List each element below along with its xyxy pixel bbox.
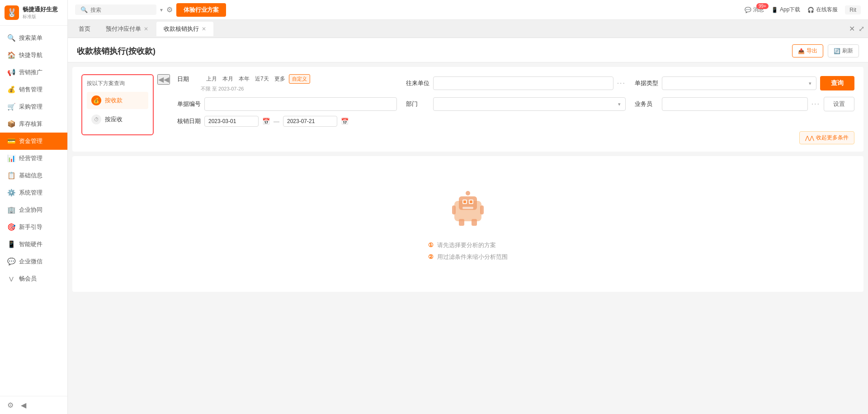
sidebar-item-1[interactable]: 🏠 快捷导航 [0,47,67,64]
bill-no-input[interactable] [204,97,397,111]
bill-type-chevron-icon: ▾ [809,81,811,86]
collapse-more-button[interactable]: ⋀⋀ 收起更多条件 [799,131,854,144]
settings-icon[interactable]: ⚙ [7,401,14,409]
date-btn-this-year[interactable]: 本年 [237,74,251,84]
sidebar-item-4-label: 采购管理 [19,103,42,111]
filter-panel-collapse-button[interactable]: ◀◀ [157,74,170,85]
topbar-left: 🔍 ▾ ⚙ 体验行业方案 [75,3,739,17]
dept-select[interactable]: ▾ [433,97,626,111]
counterpart-input[interactable] [433,76,613,90]
tab-home-label: 首页 [79,25,90,33]
sidebar-item-7-label: 经营管理 [19,154,42,162]
filter-row-1: 日期 上月 本月 本年 近7天 更多 自定义 不限 至 2023-07-26 [177,74,854,92]
user-menu[interactable]: Rit [845,5,861,14]
sidebar-item-9-label: 系统管理 [19,189,42,197]
filter-option-by-receipt[interactable]: 💰 按收款 [87,92,148,109]
verif-date-end-input[interactable] [283,116,337,127]
sidebar-item-8-icon: 📋 [7,171,15,180]
sidebar-item-12[interactable]: 📱 智能硬件 [0,236,67,253]
verif-date-start-input[interactable] [204,116,259,127]
filter-option-by-receivable[interactable]: ⏱ 按应收 [87,111,148,128]
empty-hint-1-text: 请先选择要分析的方案 [437,242,496,248]
svg-rect-8 [480,205,484,214]
date-btn-this-month[interactable]: 本月 [221,74,235,84]
sidebar-item-1-icon: 🏠 [7,51,15,59]
app-download-button[interactable]: 📱 App下载 [771,6,800,14]
refresh-button[interactable]: 🔄 刷新 [828,44,859,57]
filter-verif-date-row: 核销日期 📅 — 📅 [177,116,854,127]
date-btn-more[interactable]: 更多 [273,74,287,84]
bill-type-select[interactable]: ▾ [662,76,816,90]
sidebar-item-10[interactable]: 🏢 企业协同 [0,201,67,219]
dept-chevron-icon: ▾ [618,101,621,107]
sidebar-item-7-icon: 📊 [7,154,15,162]
tab-collection-close-icon[interactable]: ✕ [202,26,206,32]
tab-maximize-button[interactable]: ⤢ [859,24,864,33]
industry-solution-button[interactable]: 体验行业方案 [176,3,226,17]
svg-rect-9 [459,219,464,226]
sidebar-item-11[interactable]: 🎯 新手引导 [0,219,67,236]
sidebar-logo: 🐰 畅捷通好生意 标准版 [0,0,67,26]
page-content: 收款核销执行(按收款) 📤 导出 🔄 刷新 按以下方案查询 💰 [68,38,868,414]
sidebar-item-3[interactable]: 💰 销售管理 [0,81,67,98]
date-btn-last-7days[interactable]: 近7天 [253,74,271,84]
empty-hint-2-text: 用过滤条件来缩小分析范围 [437,253,508,260]
svg-rect-10 [472,219,477,226]
svg-rect-7 [452,205,456,214]
refresh-label: 刷新 [842,47,853,55]
sidebar-item-13[interactable]: 💬 企业微信 [0,253,67,270]
verif-date-start-calendar-icon[interactable]: 📅 [262,118,270,125]
brand-icon: 🐰 [5,5,19,20]
tab-collection[interactable]: 收款核销执行 ✕ [156,22,213,36]
sidebar-item-14[interactable]: V 畅会员 [0,270,67,287]
message-icon: 💬 [745,7,751,13]
sidebar-item-5-icon: 📦 [7,120,15,128]
sidebar-item-2[interactable]: 📢 营销推广 [0,64,67,81]
message-button[interactable]: 💬 消息 99+ [745,6,764,14]
sidebar-item-4[interactable]: 🛒 采购管理 [0,98,67,115]
empty-state: ① 请先选择要分析的方案 ② 用过滤条件来缩小分析范围 [72,156,863,292]
query-button[interactable]: 查询 [820,76,854,90]
verif-date-end-calendar-icon[interactable]: 📅 [341,118,349,125]
filter-dept-field: 部门 ▾ [406,97,626,111]
staff-input[interactable] [662,97,808,111]
filter-staff-field: 业务员 ··· 设置 [635,97,854,111]
svg-rect-5 [470,200,472,203]
export-button[interactable]: 📤 导出 [792,44,823,57]
filter-counterpart-field: 往来单位 ··· [406,74,626,92]
staff-more-button[interactable]: ··· [811,100,820,108]
sidebar-item-5[interactable]: 📦 库存核算 [0,115,67,133]
sidebar-item-12-label: 智能硬件 [19,240,42,248]
setting-button[interactable]: 设置 [824,97,854,111]
sidebar-item-8[interactable]: 📋 基础信息 [0,167,67,184]
app-icon: 📱 [771,7,778,13]
sidebar-item-3-icon: 💰 [7,86,15,94]
receipt-icon: 💰 [91,95,101,105]
page-header-actions: 📤 导出 🔄 刷新 [792,44,859,57]
date-btn-last-month[interactable]: 上月 [204,74,219,84]
sidebar-item-9[interactable]: ⚙️ 系统管理 [0,184,67,201]
sidebar-item-7[interactable]: 📊 经营管理 [0,150,67,167]
sidebar-item-0[interactable]: 🔍 搜索菜单 [0,29,67,47]
date-btn-custom[interactable]: 自定义 [289,74,310,84]
tab-prepay-close-icon[interactable]: ✕ [144,26,148,32]
counterpart-more-button[interactable]: ··· [617,79,626,87]
sidebar-item-13-icon: 💬 [7,257,15,266]
topbar-gear-icon[interactable]: ⚙ [166,5,173,14]
sidebar-item-6[interactable]: 💳 资金管理 [0,133,67,150]
collapse-sidebar-icon[interactable]: ◀ [21,401,26,409]
search-input[interactable] [90,7,145,13]
empty-hint-1: ① 请先选择要分析的方案 [428,239,508,251]
staff-label: 业务员 [635,100,658,108]
sidebar-item-12-icon: 📱 [7,240,15,248]
search-chevron-icon[interactable]: ▾ [160,7,163,13]
tab-prepay[interactable]: 预付冲应付单 ✕ [99,22,156,36]
filter-option-receipt-label: 按收款 [105,96,123,105]
online-service-button[interactable]: 🎧 在线客服 [807,6,838,14]
brand-name: 畅捷通好生意 [23,6,58,14]
tab-home[interactable]: 首页 [71,22,98,36]
search-box[interactable]: 🔍 [75,5,156,15]
sidebar-footer: ⚙ ◀ [0,396,67,414]
tab-close-all-button[interactable]: ✕ [849,24,855,33]
sidebar-item-8-label: 基础信息 [19,171,42,180]
